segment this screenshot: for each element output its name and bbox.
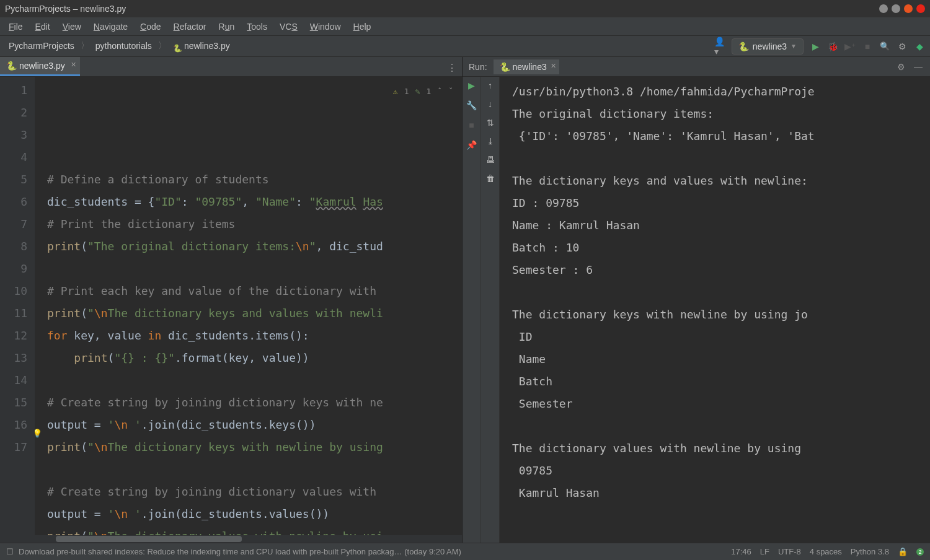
rerun-button[interactable]: ▶ <box>468 81 475 90</box>
scroll-to-end-icon[interactable]: ⤓ <box>487 136 494 146</box>
print-icon[interactable]: 🖶 <box>486 155 495 165</box>
menu-vcs[interactable]: VCS <box>275 20 303 33</box>
editor-pane: 🐍 newline3.py ✕ ⋮ 1234567891011121314151… <box>0 57 463 543</box>
scrollbar-thumb[interactable] <box>56 536 242 542</box>
code-line[interactable] <box>47 369 462 392</box>
line-number-gutter: 1234567891011121314151617 <box>0 77 35 535</box>
chevron-up-icon[interactable]: ˆ <box>437 81 442 103</box>
tool-window-icon[interactable]: ☐ <box>6 547 14 556</box>
window-maximize-button[interactable] <box>892 4 900 13</box>
breadcrumb-file[interactable]: newline3.py <box>169 40 234 52</box>
code-line[interactable]: output = '\n '.join(dic_students.keys()) <box>47 414 462 436</box>
python-icon: 🐍 <box>500 62 513 72</box>
navigation-bar: PycharmProjects 〉 pythontutorials 〉 newl… <box>0 36 930 57</box>
code-line[interactable]: print("{} : {}".format(key, value)) <box>47 347 462 369</box>
window-title: PycharmProjects – newline3.py <box>5 4 126 14</box>
menu-view[interactable]: View <box>58 20 86 33</box>
run-header: Run: 🐍 newline3 ✕ — <box>463 57 930 77</box>
stop-icon[interactable]: ■ <box>469 120 474 130</box>
status-line-sep[interactable]: LF <box>760 547 769 556</box>
settings-icon[interactable] <box>897 41 908 52</box>
python-file-icon: 🐍 <box>6 61 19 71</box>
code-line[interactable]: output = '\n '.join(dic_students.values(… <box>47 503 462 525</box>
menu-window[interactable]: Window <box>305 20 346 33</box>
code-line[interactable]: # Create string by joining dictionary ke… <box>47 392 462 414</box>
code-line[interactable]: # Print the dictionary items <box>47 213 462 235</box>
trash-icon[interactable]: 🗑 <box>486 173 495 183</box>
code-line[interactable]: print("\nThe dictionary keys with newlin… <box>47 436 462 458</box>
breadcrumbs: PycharmProjects 〉 pythontutorials 〉 newl… <box>5 40 234 52</box>
window-buttons <box>879 4 925 13</box>
user-icon[interactable]: 👤▾ <box>714 41 725 52</box>
window-close-button[interactable] <box>904 4 913 13</box>
menu-help[interactable]: Help <box>348 20 376 33</box>
menu-code[interactable]: Code <box>135 20 166 33</box>
console-output[interactable]: /usr/bin/python3.8 /home/fahmida/Pycharm… <box>500 77 930 543</box>
code-line[interactable]: print("The original dictionary items:\n"… <box>47 235 462 258</box>
menu-tools[interactable]: Tools <box>242 20 272 33</box>
code-with-me-icon[interactable]: ◆ <box>914 41 925 52</box>
code-editor[interactable]: ⚠1 ✎1 ˆ ˇ 💡 # Define a dictionary of stu… <box>35 77 462 535</box>
code-line[interactable] <box>47 258 462 280</box>
code-line[interactable]: # Print each key and value of the dictio… <box>47 280 462 302</box>
chevron-down-icon[interactable]: ˇ <box>448 81 453 103</box>
hide-icon[interactable]: — <box>913 61 924 72</box>
breadcrumb-root[interactable]: PycharmProjects <box>5 40 78 52</box>
run-settings-icon[interactable] <box>895 61 906 72</box>
close-run-tab-icon[interactable]: ✕ <box>551 62 556 70</box>
run-body: ▶ 🔧 ■ 📌 ↑ ↓ ⇅ ⤓ 🖶 🗑 /usr/bin/python3.8 /… <box>463 77 930 543</box>
lock-icon[interactable]: 🔒 <box>898 547 908 556</box>
inspection-widget[interactable]: ⚠1 ✎1 ˆ ˇ <box>393 81 453 103</box>
code-line[interactable]: for key, value in dic_students.items(): <box>47 325 462 347</box>
code-line[interactable] <box>47 458 462 481</box>
window-minimize-button[interactable] <box>879 4 888 13</box>
menu-refactor[interactable]: Refactor <box>169 20 211 33</box>
down-icon[interactable]: ↓ <box>488 99 492 109</box>
code-line[interactable]: # Create string by joining dictionary va… <box>47 481 462 503</box>
search-icon[interactable] <box>879 41 890 52</box>
breadcrumb-sep: 〉 <box>81 40 89 51</box>
status-indent[interactable]: 4 spaces <box>810 547 842 556</box>
wrench-icon[interactable]: 🔧 <box>466 100 477 110</box>
coverage-button[interactable]: ▶⁺ <box>844 41 856 52</box>
run-tab[interactable]: 🐍 newline3 ✕ <box>494 59 559 74</box>
window-close-button-2[interactable] <box>916 4 925 13</box>
warning-icon: ⚠ <box>393 81 398 103</box>
run-button[interactable]: ▶ <box>810 41 821 52</box>
run-config-name: newline3 <box>753 42 787 51</box>
close-tab-icon[interactable]: ✕ <box>71 61 76 69</box>
editor-horizontal-scrollbar[interactable] <box>0 535 462 543</box>
status-message[interactable]: Download pre-built shared indexes: Reduc… <box>19 547 461 556</box>
stop-button[interactable]: ■ <box>862 41 873 52</box>
pin-icon[interactable]: 📌 <box>466 140 477 150</box>
menu-file[interactable]: File <box>4 20 28 33</box>
code-line[interactable]: print("\nThe dictionary values with newl… <box>47 525 462 535</box>
up-icon[interactable]: ↑ <box>488 81 492 90</box>
status-time: 17:46 <box>731 547 751 556</box>
status-encoding[interactable]: UTF-8 <box>778 547 801 556</box>
toolbar-actions: 👤▾ 🐍 newline3 ▼ ▶ 🐞 ▶⁺ ■ ◆ <box>714 38 925 55</box>
tab-label: newline3.py <box>19 61 65 71</box>
intention-bulb-icon[interactable]: 💡 <box>35 422 41 431</box>
status-right: 17:46 LF UTF-8 4 spaces Python 3.8 🔒 2 <box>731 547 924 556</box>
run-sidebar-2: ↑ ↓ ⇅ ⤓ 🖶 🗑 <box>481 77 500 543</box>
code-line[interactable]: dic_students = {"ID": "09785", "Name": "… <box>47 191 462 213</box>
breadcrumb-folder[interactable]: pythontutorials <box>92 40 156 52</box>
menu-navigate[interactable]: Navigate <box>89 20 133 33</box>
code-line[interactable]: print("\nThe dictionary keys and values … <box>47 302 462 325</box>
code-line[interactable]: # Define a dictionary of students <box>47 168 462 191</box>
status-left: ☐ Download pre-built shared indexes: Red… <box>6 547 461 556</box>
menu-run[interactable]: Run <box>214 20 240 33</box>
python-icon: 🐍 <box>738 42 749 51</box>
window-title-bar: PycharmProjects – newline3.py <box>0 0 930 17</box>
notifications-badge[interactable]: 2 <box>916 548 924 556</box>
editor-tab-newline3[interactable]: 🐍 newline3.py ✕ <box>0 57 80 76</box>
menu-edit[interactable]: Edit <box>30 20 55 33</box>
code-area: 1234567891011121314151617 ⚠1 ✎1 ˆ ˇ 💡 # … <box>0 77 462 535</box>
breadcrumb-sep: 〉 <box>158 40 167 51</box>
soft-wrap-icon[interactable]: ⇅ <box>487 118 494 128</box>
debug-button[interactable]: 🐞 <box>827 41 838 52</box>
tab-more-icon[interactable]: ⋮ <box>447 62 457 74</box>
status-interpreter[interactable]: Python 3.8 <box>851 547 889 556</box>
run-configuration-selector[interactable]: 🐍 newline3 ▼ <box>732 38 804 55</box>
